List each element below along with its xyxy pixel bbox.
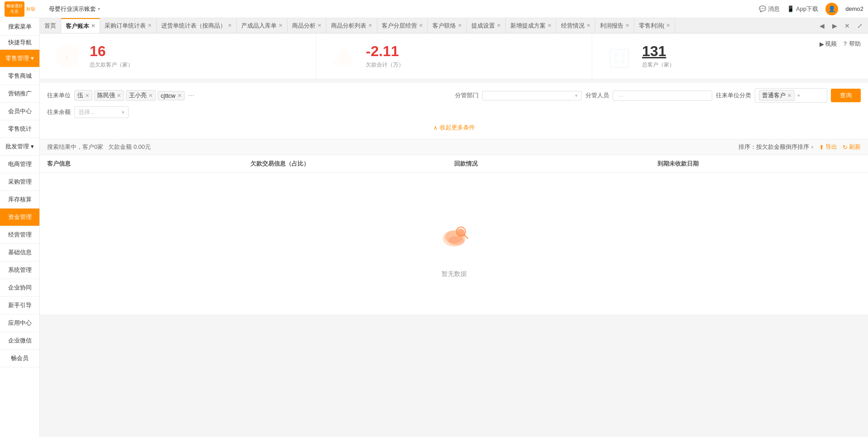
close-tab-product-list[interactable]: ✕ xyxy=(368,23,372,28)
sidebar-item-enterprise[interactable]: 企业协同 xyxy=(0,279,39,297)
dept-select-arrow: ▾ xyxy=(575,93,578,99)
remove-tag-chen[interactable]: ✕ xyxy=(117,93,121,99)
tab-home[interactable]: 首页 xyxy=(40,18,61,33)
balance-select[interactable]: 选择... ▾ xyxy=(74,106,129,118)
stat-icon-building xyxy=(606,43,633,70)
empty-text: 暂无数据 xyxy=(441,270,467,278)
close-tab-product-inbound[interactable]: ✕ xyxy=(278,23,283,28)
close-tab-purchase[interactable]: ✕ xyxy=(148,23,152,28)
sidebar-item-operations[interactable]: 经营管理 xyxy=(0,226,39,244)
close-tab-customer-contact[interactable]: ✕ xyxy=(458,23,462,28)
dept-select[interactable]: ▾ xyxy=(482,91,582,100)
tab-product-analysis[interactable]: 商品分析 ✕ xyxy=(288,18,326,33)
sidebar-item-basic[interactable]: 基础信息 xyxy=(0,244,39,261)
tab-inbound-stats[interactable]: 进货单统计表（按商品） ✕ xyxy=(157,18,237,33)
close-tab-customer-account[interactable]: ✕ xyxy=(91,23,95,29)
tab-product-analysis-list[interactable]: 商品分析列表 ✕ xyxy=(326,18,377,33)
sidebar-item-app-center[interactable]: 应用中心 xyxy=(0,314,39,332)
remove-tag-cjttcw[interactable]: ✕ xyxy=(177,93,182,99)
sidebar-item-finance[interactable]: 资金管理 xyxy=(0,209,39,226)
filter-area: 往来单位 伍 ✕ 陈民强 ✕ 王小亮 ✕ xyxy=(40,83,868,139)
export-button[interactable]: ⬆ 导出 xyxy=(819,143,837,151)
sidebar-item-purchase[interactable]: 采购管理 xyxy=(0,173,39,191)
tab-purchase-order-stats[interactable]: 采购订单统计表 ✕ xyxy=(100,18,157,33)
close-tab-new-promotion[interactable]: ✕ xyxy=(547,23,551,28)
tab-next-button[interactable]: ▶ xyxy=(829,20,840,31)
result-text: 搜索结果中，客户0家 欠款金额 0.00元 xyxy=(47,143,739,151)
svg-rect-8 xyxy=(621,59,625,64)
svg-text:¥: ¥ xyxy=(65,54,69,61)
stat-icon-debt: ! xyxy=(330,43,357,70)
version-tag: 标版 xyxy=(26,6,35,12)
message-button[interactable]: 💬 消息 xyxy=(759,5,780,13)
dept-label: 分管部门 xyxy=(455,91,479,100)
filter-tag-wu: 伍 ✕ xyxy=(74,90,92,101)
sidebar-item-retail-shop[interactable]: 零售商城 xyxy=(0,67,39,85)
unit-class-select[interactable]: 普通客户 ✕ ▾ xyxy=(755,88,827,103)
store-selector[interactable]: 母婴行业演示账套 ▾ xyxy=(49,5,100,13)
video-icon: ▶ xyxy=(820,41,824,48)
sidebar-item-member[interactable]: 会员中心 xyxy=(0,103,39,120)
remove-tag-wu[interactable]: ✕ xyxy=(85,93,89,99)
sidebar-item-inventory[interactable]: 库存核算 xyxy=(0,191,39,209)
sidebar-nav[interactable]: 快捷导航 xyxy=(0,36,39,50)
person-select[interactable]: ··· xyxy=(613,90,712,101)
filter-more-tags[interactable]: ··· xyxy=(187,90,196,100)
collapse-button[interactable]: ∧ 收起更多条件 xyxy=(47,122,861,133)
sidebar-item-system[interactable]: 系统管理 xyxy=(0,261,39,279)
sidebar-item-ecommerce[interactable]: 电商管理 xyxy=(0,156,39,173)
tab-retail-profit[interactable]: 零售利润( ✕ xyxy=(634,18,675,33)
query-button[interactable]: 查询 xyxy=(831,89,861,102)
page-content: ¥ 16 总欠款客户（家） ! xyxy=(40,33,868,437)
tab-operations-status[interactable]: 经营情况 ✕ xyxy=(556,18,595,33)
sidebar-item-newbie[interactable]: 新手引导 xyxy=(0,297,39,314)
stat-text-total: 131 总客户（家） xyxy=(642,44,675,69)
tab-close-all-button[interactable]: ✕ xyxy=(842,20,853,31)
close-tab-retail-profit[interactable]: ✕ xyxy=(666,23,670,28)
stat-card-debt: ! -2.11 欠款合计（万） xyxy=(316,33,592,79)
filter-tag-wang: 王小亮 ✕ xyxy=(126,90,156,101)
tab-new-promotion[interactable]: 新增提成方案 ✕ xyxy=(506,18,556,33)
stat-value-debt: -2.11 xyxy=(366,44,404,58)
sidebar-item-retail-stats[interactable]: 零售统计 xyxy=(0,120,39,138)
sort-select[interactable]: 排序：按欠款金额倒序排序 ▾ xyxy=(739,143,814,151)
close-tab-operations[interactable]: ✕ xyxy=(586,23,590,28)
help-icon: ？ xyxy=(842,40,848,48)
sort-arrow-icon: ▾ xyxy=(811,144,814,150)
close-tab-customer-layer[interactable]: ✕ xyxy=(419,23,423,28)
col-header-date: 到期未收款日期 xyxy=(657,160,861,168)
tab-profit-report[interactable]: 利润报告 ✕ xyxy=(595,18,634,33)
close-tab-promotion-settings[interactable]: ✕ xyxy=(497,23,501,28)
sidebar-item-wholesale[interactable]: 批发管理 ▾ xyxy=(0,138,39,156)
close-tab-product-analysis[interactable]: ✕ xyxy=(317,23,321,28)
empty-state: 暂无数据 xyxy=(40,173,868,314)
sidebar-item-corp-wechat[interactable]: 企业微信 xyxy=(0,332,39,350)
unit-class-label: 往来单位分类 xyxy=(716,91,751,100)
remove-unit-class-tag[interactable]: ✕ xyxy=(787,93,791,99)
close-tab-profit-report[interactable]: ✕ xyxy=(625,23,629,28)
avatar[interactable]: 👤 xyxy=(825,3,838,15)
store-unit-label: 往来单位 xyxy=(47,91,71,100)
refresh-button[interactable]: ↻ 刷新 xyxy=(843,143,861,151)
tab-customer-contact[interactable]: 客户联络 ✕ xyxy=(428,18,467,33)
sidebar-item-marketing[interactable]: 营销推广 xyxy=(0,85,39,103)
video-link[interactable]: ▶ 视频 xyxy=(820,40,837,48)
tab-prev-button[interactable]: ◀ xyxy=(816,20,827,31)
tab-expand-button[interactable]: ⤢ xyxy=(854,20,865,31)
sidebar-item-vip[interactable]: 畅会员 xyxy=(0,350,39,367)
close-tab-inbound[interactable]: ✕ xyxy=(228,23,232,28)
stat-text-debt: -2.11 欠款合计（万） xyxy=(366,44,404,69)
sidebar-search[interactable]: 搜索菜单 xyxy=(0,18,39,36)
tab-customer-layer[interactable]: 客户分层经营 ✕ xyxy=(377,18,428,33)
tab-customer-account[interactable]: 客户账本 ✕ xyxy=(61,18,100,33)
unit-class-arrow: ▾ xyxy=(797,93,800,99)
app-download-button[interactable]: 📱 App下载 xyxy=(787,5,818,13)
stat-value-total: 131 xyxy=(642,44,675,58)
help-link[interactable]: ？ 帮助 xyxy=(842,40,861,48)
sidebar-item-retail-mgmt[interactable]: 零售管理 ▾ xyxy=(0,50,39,67)
tab-promotion-settings[interactable]: 提成设置 ✕ xyxy=(467,18,506,33)
username: demo2 xyxy=(845,5,863,12)
tab-product-inbound[interactable]: 产成品入库单 ✕ xyxy=(237,18,288,33)
remove-tag-wang[interactable]: ✕ xyxy=(149,93,153,99)
app-body: 搜索菜单 快捷导航 零售管理 ▾ 零售商城 营销推广 会员中心 零售统计 批发管… xyxy=(0,18,868,437)
